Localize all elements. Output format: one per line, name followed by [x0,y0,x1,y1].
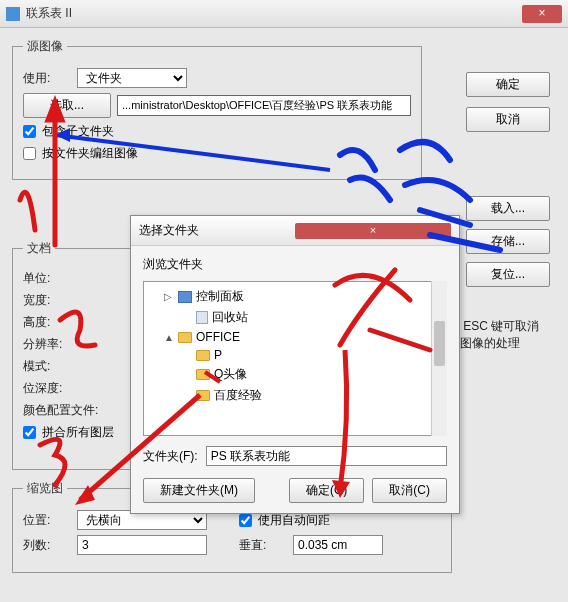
include-sub-label: 包含子文件夹 [42,123,114,140]
auto-gap-label: 使用自动间距 [258,512,330,529]
mode-label: 模式: [23,358,71,375]
folder-icon [196,350,210,361]
unit-label: 单位: [23,270,71,287]
scrollbar-thumb[interactable] [434,321,445,366]
use-select[interactable]: 文件夹 [77,68,187,88]
tree-scrollbar[interactable] [431,281,447,436]
dialog-titlebar: 选择文件夹 × [131,216,459,246]
reset-button[interactable]: 复位... [466,262,550,287]
folder-icon [178,332,192,343]
ok-button[interactable]: 确定 [466,72,550,97]
vert-label: 垂直: [239,537,287,554]
source-fieldset: 源图像 使用: 文件夹 选取... ...ministrator\Desktop… [12,38,422,180]
folder-icon [196,369,210,380]
flatten-label: 拼合所有图层 [42,424,114,441]
group-folder-check[interactable] [23,147,36,160]
auto-gap-check[interactable] [239,514,252,527]
cancel-button[interactable]: 取消 [466,107,550,132]
group-folder-label: 按文件夹编组图像 [42,145,138,162]
window-close-button[interactable]: × [522,5,562,23]
tree-item[interactable]: Q头像 [146,364,444,385]
save-button[interactable]: 存储... [466,229,550,254]
app-icon [6,7,20,21]
help-text: 按 ESC 键可取消对图像的处理 [448,318,548,352]
width-label: 宽度: [23,292,71,309]
folder-field-label: 文件夹(F): [143,448,198,465]
height-label: 高度: [23,314,71,331]
dialog-cancel-button[interactable]: 取消(C) [372,478,447,503]
tree-item[interactable]: ▲OFFICE [146,328,444,346]
tree-item[interactable]: P [146,346,444,364]
browse-label: 浏览文件夹 [143,256,447,273]
recycle-bin-icon [196,311,208,324]
cols-label: 列数: [23,537,71,554]
include-sub-check[interactable] [23,125,36,138]
source-legend: 源图像 [23,38,67,55]
folder-icon [196,390,210,401]
folder-tree[interactable]: ▷控制面板 回收站 ▲OFFICE P Q头像 百度经验 [143,281,447,436]
new-folder-button[interactable]: 新建文件夹(M) [143,478,255,503]
flatten-check[interactable] [23,426,36,439]
source-path: ...ministrator\Desktop\OFFICE\百度经验\PS 联系… [117,95,411,116]
profile-label: 颜色配置文件: [23,402,103,419]
tree-item[interactable]: ▷控制面板 [146,286,444,307]
dialog-close-button[interactable]: × [295,223,451,239]
dialog-title: 选择文件夹 [139,222,295,239]
window-title: 联系表 II [26,5,522,22]
tree-item[interactable]: 回收站 [146,307,444,328]
position-label: 位置: [23,512,71,529]
control-panel-icon [178,291,192,303]
dialog-ok-button[interactable]: 确定(O) [289,478,364,503]
resolution-label: 分辨率: [23,336,71,353]
use-label: 使用: [23,70,71,87]
thumbnail-legend: 缩览图 [23,480,67,497]
bit-label: 位深度: [23,380,71,397]
tree-item[interactable]: 百度经验 [146,385,444,406]
window-titlebar: 联系表 II × [0,0,568,28]
load-button[interactable]: 载入... [466,196,550,221]
vert-input[interactable] [293,535,383,555]
select-button[interactable]: 选取... [23,93,111,118]
folder-dialog: 选择文件夹 × 浏览文件夹 ▷控制面板 回收站 ▲OFFICE P Q头像 百度… [130,215,460,514]
document-legend: 文档 [23,240,55,257]
folder-name-input[interactable] [206,446,447,466]
cols-input[interactable] [77,535,207,555]
